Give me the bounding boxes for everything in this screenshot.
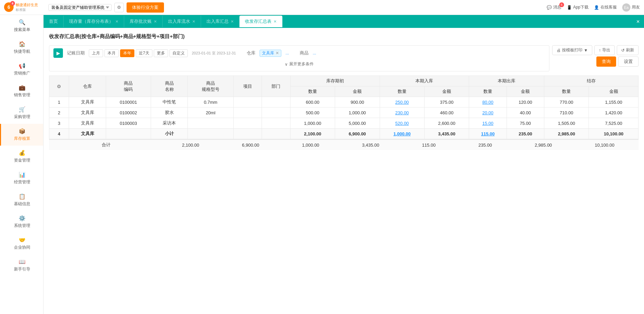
- row-bal-amt: 1,155.00: [589, 97, 639, 108]
- sidebar-item-finance[interactable]: 💰 资金管理: [0, 146, 43, 167]
- tab-recv-send-summary[interactable]: 收发存汇总表 ✕: [240, 16, 282, 27]
- row-in-qty[interactable]: 230.00: [380, 108, 424, 118]
- date-btn-7days[interactable]: 近7天: [136, 49, 152, 57]
- sidebar-label-system: 系统管理: [14, 223, 30, 229]
- product-more-button[interactable]: ...: [313, 51, 316, 55]
- sidebar-label-inventory: 库存核算: [14, 136, 30, 142]
- page-title: 收发存汇总表(按仓库+商品编码+商品+规格型号+项目+部门): [49, 33, 639, 40]
- expand-more-button[interactable]: ∨ 展开更多条件: [283, 60, 315, 68]
- table-row: 3文具库0100003采访本1,000.005,000.00520.002,60…: [49, 118, 639, 129]
- tab-inout-flow[interactable]: 出入库流水 ✕: [163, 16, 201, 27]
- row-project: [233, 118, 262, 129]
- header-right: 💬 消息 6 📱 App下载 👤 在线客服 Ea 用友: [547, 3, 640, 12]
- total-in-amt: 3,435.00: [362, 143, 379, 148]
- tab-inout-summary[interactable]: 出入库汇总 ✕: [201, 16, 240, 27]
- date-btn-cur-year[interactable]: 本年: [120, 49, 134, 57]
- app-download-item[interactable]: 📱 App下载: [567, 4, 589, 10]
- refresh-button[interactable]: ↺ 刷新: [617, 45, 639, 55]
- online-service-item[interactable]: 👤 在线客服: [594, 4, 617, 10]
- settings-gear-button[interactable]: ⚙: [114, 3, 124, 12]
- sidebar-item-quick-nav[interactable]: 🏠 快捷导航: [0, 37, 43, 59]
- guide-icon: 📖: [19, 259, 26, 265]
- tab-bar-close-all[interactable]: ✕: [632, 16, 644, 27]
- row-open-qty: 600.00: [290, 97, 335, 108]
- system-icon: ⚙️: [19, 215, 26, 221]
- row-out-qty[interactable]: 80.00: [469, 97, 507, 108]
- col-code-header: 商品编码: [106, 76, 151, 97]
- row-open-qty: 1,000.00: [290, 118, 335, 129]
- user-item[interactable]: Ea 用友: [622, 3, 640, 12]
- tab-batch-account-close[interactable]: ✕: [154, 19, 157, 24]
- logo-text-group: 畅捷通好生意 标准版: [16, 2, 38, 12]
- row-out-qty[interactable]: 15.00: [469, 118, 507, 129]
- logo-area: 6 6 畅捷通好生意 标准版: [4, 2, 45, 12]
- sidebar-item-sales[interactable]: 💼 销售管理: [0, 80, 43, 102]
- trial-button[interactable]: 体验行业方案: [127, 2, 164, 13]
- message-icon-item[interactable]: 💬 消息 6: [547, 4, 561, 10]
- tab-recv-send-summary-close[interactable]: ✕: [274, 19, 277, 24]
- table-row: 1文具库0100001中性笔0.7mm600.00900.00250.00375…: [49, 97, 639, 108]
- row-warehouse: 文具库: [69, 118, 106, 129]
- row-spec: 20ml: [188, 108, 233, 118]
- settings-button[interactable]: 设置: [618, 56, 639, 67]
- col-bal-qty: 数量: [544, 86, 589, 97]
- warehouse-tag-close[interactable]: ✕: [276, 51, 279, 55]
- row-in-qty[interactable]: 520.00: [380, 118, 424, 129]
- row-out-qty[interactable]: 115.00: [469, 129, 507, 139]
- row-in-qty[interactable]: 1,000.00: [380, 129, 424, 139]
- row-code: [106, 129, 151, 139]
- sidebar-item-guide[interactable]: 📖 新手引导: [0, 254, 43, 276]
- sidebar-item-system[interactable]: ⚙️ 系统管理: [0, 211, 43, 233]
- service-icon: 👤: [594, 5, 599, 10]
- sidebar-item-basic-info[interactable]: 📋 基础信息: [0, 189, 43, 211]
- print-button[interactable]: 🖨 按模板打印 ▼: [552, 45, 592, 55]
- sidebar-item-purchase[interactable]: 🛒 采购管理: [0, 102, 43, 124]
- tab-inout-flow-close[interactable]: ✕: [192, 19, 195, 24]
- expand-more-icon: ∨: [285, 62, 288, 67]
- row-out-amt: 235.00: [507, 129, 544, 139]
- row-bal-amt: 10,100.00: [589, 129, 639, 139]
- table-container: ⚙ 仓库 商品编码 商品名称 商品规格型号 项目 部门 库存期初 本期入库 本期…: [49, 76, 639, 139]
- row-in-qty[interactable]: 250.00: [380, 97, 424, 108]
- row-open-qty: 2,100.00: [290, 129, 335, 139]
- warehouse-more-button[interactable]: ...: [285, 51, 289, 55]
- tab-inventory-dist-close[interactable]: ✕: [115, 19, 118, 24]
- refresh-icon: ↺: [621, 48, 625, 53]
- query-button[interactable]: 查询: [596, 56, 616, 67]
- row-name: 小计: [151, 129, 188, 139]
- date-btn-more[interactable]: 更多: [154, 49, 168, 57]
- sidebar-item-inventory[interactable]: 📦 库存核算: [0, 124, 43, 146]
- col-open-amt: 金额: [335, 86, 380, 97]
- row-dept: [262, 118, 291, 129]
- purchase-icon: 🛒: [19, 106, 26, 113]
- sidebar-item-search[interactable]: 🔍 搜索菜单: [0, 15, 43, 37]
- row-name: 采访本: [151, 118, 188, 129]
- sidebar: 🔍 搜索菜单 🏠 快捷导航 📢 营销推广 💼 销售管理 🛒 采购管理 📦 库存核…: [0, 15, 44, 314]
- col-spec-header: 商品规格型号: [188, 76, 233, 97]
- row-bal-amt: 7,525.00: [589, 118, 639, 129]
- date-btn-prev-month[interactable]: 上月: [89, 49, 103, 57]
- tab-batch-account[interactable]: 库存批次账 ✕: [124, 16, 163, 27]
- sidebar-item-marketing[interactable]: 📢 营销推广: [0, 59, 43, 80]
- col-bal-amt: 金额: [589, 86, 639, 97]
- row-spec: 0.7mm: [188, 97, 233, 108]
- date-filter-label: 记账日期: [67, 50, 85, 56]
- tab-inventory-dist[interactable]: 现存量（库存分布表） ✕: [64, 16, 124, 27]
- filter-expand-button[interactable]: ▶: [53, 48, 63, 58]
- warehouse-tag-text: 文具库: [262, 50, 274, 56]
- tab-inout-summary-close[interactable]: ✕: [231, 19, 234, 24]
- date-btn-custom[interactable]: 自定义: [169, 49, 188, 57]
- system-select[interactable]: 装备及固定资产辅助管理系统: [48, 4, 112, 11]
- col-settings-header[interactable]: ⚙: [49, 76, 69, 97]
- table-gear-icon[interactable]: ⚙: [57, 84, 61, 89]
- export-button[interactable]: ↑ 导出: [594, 45, 615, 55]
- search-icon: 🔍: [19, 19, 26, 26]
- tab-home[interactable]: 首页: [44, 16, 64, 27]
- row-out-qty[interactable]: 20.00: [469, 108, 507, 118]
- date-btn-cur-month[interactable]: 本月: [104, 49, 119, 57]
- sidebar-item-enterprise[interactable]: 🤝 企业协同: [0, 233, 43, 254]
- sidebar-item-operation[interactable]: 📊 经营管理: [0, 167, 43, 189]
- inventory-icon: 📦: [19, 128, 26, 134]
- export-icon: ↑: [599, 48, 601, 53]
- date-range-text: 2023-01-01 至 2023-12-31: [192, 51, 236, 56]
